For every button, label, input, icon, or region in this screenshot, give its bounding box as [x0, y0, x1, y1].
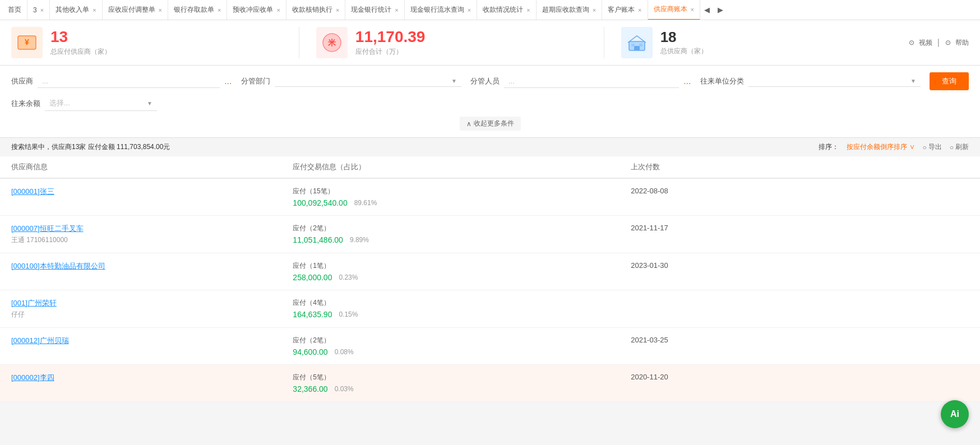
- transaction-info-3: 应付（1笔） 258,000.00 0.23%: [293, 261, 631, 282]
- close-icon[interactable]: ×: [336, 7, 339, 13]
- collapse-button[interactable]: ∧ 收起更多条件: [460, 117, 521, 131]
- help-link[interactable]: 帮助: [955, 38, 969, 48]
- table-row[interactable]: [000002]李四 应付（5笔） 32,366.00 0.03% 2020-1…: [0, 365, 980, 402]
- lastpay-5: 2021-03-25: [631, 336, 856, 344]
- chevron-down-icon: ▼: [451, 78, 457, 84]
- nav-tab-collection-stat[interactable]: 收款情况统计 ×: [477, 0, 536, 20]
- card-info-payable: 13 总应付供应商（家）: [50, 29, 111, 57]
- nav-tab-collection[interactable]: 收款核销执行 ×: [286, 0, 345, 20]
- close-icon[interactable]: ×: [218, 7, 221, 13]
- refresh-button[interactable]: ○ 刷新: [950, 142, 969, 152]
- trans-percent-3: 0.23%: [339, 274, 358, 281]
- nav-tab-overdue-label: 超期应收款查询: [542, 5, 589, 15]
- trans-row-5: 94,600.00 0.08%: [293, 347, 631, 356]
- close-icon[interactable]: ×: [468, 7, 471, 13]
- nav-tab-prepay[interactable]: 预收冲应收单 ×: [227, 0, 286, 20]
- trans-row-3: 258,000.00 0.23%: [293, 273, 631, 282]
- nav-tab-cash-flow[interactable]: 现金银行流水查询 ×: [405, 0, 477, 20]
- filter-row-1: 供应商 ... 分管部门 ▼ 分管人员 ... 往来单位分类 ▼ 查询: [11, 72, 969, 90]
- supplier-name-1[interactable]: [000001]张三: [11, 187, 293, 197]
- supplier-info-2: [000007]恒旺二手叉车 王通 17106110000: [11, 224, 293, 245]
- total-payable-number: 11,170.39: [355, 29, 426, 45]
- svg-rect-6: [631, 44, 635, 47]
- total-suppliers-label: 总供应商（家）: [660, 47, 708, 56]
- category-select[interactable]: ▼: [748, 76, 921, 87]
- supplier-name-3[interactable]: [000100]本特勤油品有限公司: [11, 261, 293, 271]
- summary-card-total-suppliers: 18 总供应商（家）: [604, 27, 909, 58]
- close-icon[interactable]: ×: [93, 7, 96, 13]
- lastpay-date-1: 2022-08-08: [631, 187, 668, 195]
- nav-tab-bank[interactable]: 银行存取款单 ×: [168, 0, 227, 20]
- nav-tab-adjustment[interactable]: 应收应付调整单 ×: [103, 0, 168, 20]
- sort-value-text: 按应付余额倒序排序: [847, 143, 907, 151]
- close-icon[interactable]: ×: [395, 7, 398, 13]
- trans-row-1: 100,092,540.00 89.61%: [293, 198, 631, 207]
- table-row[interactable]: [000007]恒旺二手叉车 王通 17106110000 应付（2笔） 11,…: [0, 216, 980, 253]
- nav-tab-adjustment-label: 应收应付调整单: [108, 5, 155, 15]
- supplier-name-6[interactable]: [000002]李四: [11, 373, 293, 383]
- supplier-info-1: [000001]张三: [11, 187, 293, 197]
- query-button[interactable]: 查询: [930, 72, 969, 90]
- close-icon[interactable]: ×: [638, 7, 641, 13]
- result-summary: 搜索结果中，供应商13家 应付金额 111,703,854.00元: [11, 142, 170, 152]
- trans-amount-1: 100,092,540.00: [293, 198, 347, 207]
- filter-balance: 往来余额 选择... ▼: [11, 96, 157, 111]
- person-input[interactable]: [504, 75, 679, 88]
- nav-next-arrow[interactable]: ▶: [714, 0, 727, 20]
- supplier-dots-icon[interactable]: ...: [224, 76, 232, 86]
- trans-label-4: 应付（4笔）: [293, 298, 631, 308]
- nav-tab-supplier[interactable]: 供应商账本 ×: [648, 0, 700, 20]
- transaction-info-5: 应付（2笔） 94,600.00 0.08%: [293, 336, 631, 356]
- nav-tab-cash-stat[interactable]: 现金银行统计 ×: [345, 0, 404, 20]
- export-button[interactable]: ○ 导出: [923, 142, 942, 152]
- filter-person: 分管人员 ...: [470, 75, 691, 88]
- svg-text:¥: ¥: [25, 38, 29, 47]
- supplier-name-5[interactable]: [000012]广州贝瑞: [11, 336, 293, 346]
- close-icon[interactable]: ×: [526, 7, 530, 13]
- nav-tab-home-label: 首页: [8, 5, 21, 15]
- nav-tab-other-income[interactable]: 其他收入单 ×: [50, 0, 102, 20]
- nav-prev-arrow[interactable]: ◀: [700, 0, 714, 20]
- dept-label: 分管部门: [241, 76, 270, 86]
- table-row[interactable]: [000001]张三 应付（15笔） 100,092,540.00 89.61%…: [0, 179, 980, 216]
- person-dots-icon[interactable]: ...: [683, 76, 691, 86]
- nav-tab-supplier-label: 供应商账本: [654, 4, 687, 14]
- close-icon[interactable]: ×: [159, 7, 162, 13]
- table-row[interactable]: [001]广州荣轩 仔仔 应付（4笔） 164,635.90 0.15%: [0, 290, 980, 328]
- refresh-label: 刷新: [955, 142, 969, 152]
- supplier-name-2[interactable]: [000007]恒旺二手叉车: [11, 224, 293, 234]
- balance-select[interactable]: 选择... ▼: [45, 96, 157, 111]
- svg-rect-7: [639, 44, 642, 47]
- close-icon[interactable]: ×: [40, 7, 44, 13]
- video-link[interactable]: 视频: [919, 38, 932, 48]
- chevron-down-icon-2: ▼: [910, 78, 916, 84]
- filter-row-2: 往来余额 选择... ▼: [11, 96, 969, 111]
- filter-supplier: 供应商 ...: [11, 75, 232, 88]
- help-icon: ⊙: [945, 39, 951, 47]
- card-icon-payable: ¥: [11, 27, 43, 58]
- trans-row-4: 164,635.90 0.15%: [293, 310, 631, 319]
- nav-tab-3[interactable]: 3 ×: [27, 0, 50, 20]
- transaction-info-1: 应付（15笔） 100,092,540.00 89.61%: [293, 187, 631, 207]
- close-icon[interactable]: ×: [593, 7, 596, 13]
- supplier-name-4[interactable]: [001]广州荣轩: [11, 298, 293, 308]
- trans-percent-6: 0.03%: [335, 385, 354, 393]
- close-icon[interactable]: ×: [276, 7, 280, 13]
- supplier-info-4: [001]广州荣轩 仔仔: [11, 298, 293, 319]
- supplier-input[interactable]: [38, 75, 220, 88]
- nav-tab-other-income-label: 其他收入单: [56, 5, 89, 15]
- chevron-down-icon-3: ▼: [147, 100, 152, 106]
- table-row[interactable]: [000100]本特勤油品有限公司 应付（1笔） 258,000.00 0.23…: [0, 253, 980, 290]
- total-payable-label: 应付合计（万）: [355, 47, 426, 57]
- nav-tab-customer[interactable]: 客户账本 ×: [602, 0, 648, 20]
- nav-tab-3-label: 3: [33, 6, 37, 14]
- trans-percent-1: 89.61%: [354, 199, 377, 207]
- svg-rect-5: [634, 46, 640, 50]
- sort-select[interactable]: 按应付余额倒序排序 ∨: [847, 142, 914, 152]
- trans-detail-5: 应付（2笔） 94,600.00 0.08%: [293, 336, 631, 356]
- nav-tab-home[interactable]: 首页: [2, 0, 27, 20]
- close-icon[interactable]: ×: [691, 6, 694, 13]
- nav-tab-overdue[interactable]: 超期应收款查询 ×: [537, 0, 602, 20]
- dept-select[interactable]: ▼: [275, 76, 462, 87]
- table-row[interactable]: [000012]广州贝瑞 应付（2笔） 94,600.00 0.08% 2021…: [0, 328, 980, 365]
